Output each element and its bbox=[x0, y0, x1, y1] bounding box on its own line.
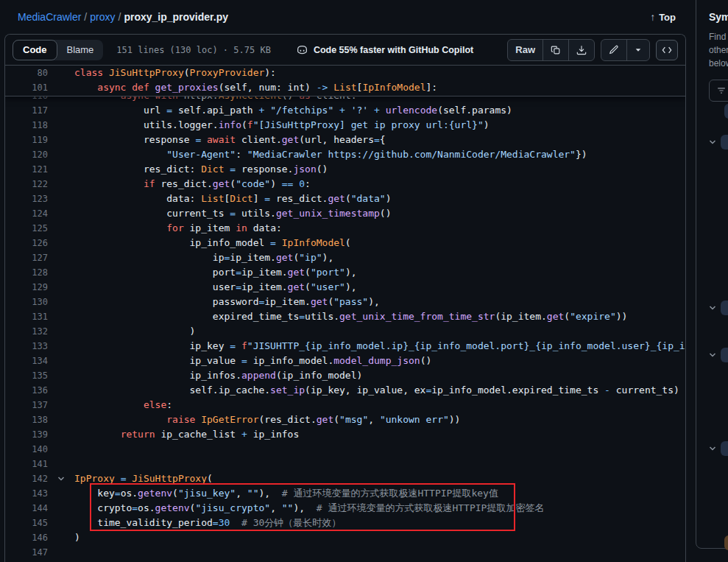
code-line-140: 140 bbox=[5, 442, 685, 457]
line-number[interactable]: 130 bbox=[5, 295, 51, 309]
code-text: url = self.api_path + "/fetchips" + '?' … bbox=[74, 103, 685, 118]
line-number[interactable]: 101 bbox=[5, 80, 51, 95]
gutter bbox=[51, 398, 74, 412]
scroll-to-top-button[interactable]: ↑ Top bbox=[650, 11, 676, 23]
code-line-142: 142IpProxy = JiSuHttpProxy( bbox=[5, 471, 685, 486]
breadcrumb-repo-link[interactable]: MediaCrawler bbox=[18, 11, 81, 23]
code-text bbox=[74, 457, 685, 471]
line-number[interactable]: 122 bbox=[5, 177, 51, 192]
gutter bbox=[51, 383, 74, 398]
gutter bbox=[51, 295, 74, 309]
code-line-120: 120 "User-Agent": "MediaCrawler https://… bbox=[5, 147, 685, 162]
code-line-137: 137 else: bbox=[5, 398, 685, 412]
line-number[interactable]: 144 bbox=[5, 501, 51, 516]
line-number[interactable]: 137 bbox=[5, 398, 51, 412]
gutter bbox=[51, 265, 74, 280]
symbol-item[interactable] bbox=[708, 441, 728, 456]
file-toolbar: Code Blame 151 lines (130 loc) · 5.75 KB… bbox=[5, 35, 685, 66]
gutter bbox=[51, 206, 74, 221]
line-number[interactable]: 129 bbox=[5, 280, 51, 295]
symbol-item[interactable] bbox=[708, 348, 728, 362]
line-number[interactable]: 146 bbox=[5, 530, 51, 545]
gutter bbox=[51, 530, 74, 545]
code-text: if res_dict.get("code") == 0: bbox=[74, 177, 685, 192]
breadcrumb-folder-link[interactable]: proxy bbox=[90, 11, 115, 23]
symbol-pill[interactable] bbox=[721, 441, 728, 456]
symbol-item[interactable] bbox=[708, 135, 728, 150]
line-number[interactable]: 125 bbox=[5, 221, 51, 236]
gutter bbox=[51, 250, 74, 265]
symbol-item[interactable] bbox=[708, 104, 728, 119]
code-text: else: bbox=[74, 398, 685, 412]
download-button[interactable] bbox=[568, 40, 594, 60]
code-text: for ip_item in data: bbox=[74, 221, 685, 236]
line-number[interactable]: 121 bbox=[5, 162, 51, 177]
chevron-down-icon[interactable] bbox=[708, 444, 717, 453]
line-number[interactable]: 128 bbox=[5, 265, 51, 280]
line-number[interactable]: 141 bbox=[5, 457, 51, 471]
line-number[interactable]: 80 bbox=[5, 66, 51, 80]
symbols-filter-input[interactable] bbox=[709, 80, 728, 102]
line-number[interactable]: 124 bbox=[5, 206, 51, 221]
symbol-item[interactable] bbox=[708, 535, 728, 550]
line-number[interactable]: 140 bbox=[5, 442, 51, 457]
edit-dropdown-button[interactable] bbox=[626, 40, 649, 60]
line-number[interactable]: 139 bbox=[5, 427, 51, 442]
line-number[interactable]: 131 bbox=[5, 309, 51, 324]
line-number[interactable]: 126 bbox=[5, 236, 51, 250]
chevron-down-icon[interactable] bbox=[708, 351, 717, 359]
symbol-pill[interactable] bbox=[721, 135, 728, 150]
symbol-pill[interactable] bbox=[724, 535, 728, 550]
code-symbols-icon bbox=[662, 46, 672, 55]
gutter bbox=[51, 177, 74, 192]
code-text: response = await client.get(url, headers… bbox=[74, 133, 685, 147]
code-line-122: 122 if res_dict.get("code") == 0: bbox=[5, 177, 685, 192]
code-line-123: 123 data: List[Dict] = res_dict.get("dat… bbox=[5, 192, 685, 206]
chevron-down-icon[interactable] bbox=[708, 303, 717, 312]
copilot-banner-text: Code 55% faster with GitHub Copilot bbox=[314, 45, 473, 55]
line-number[interactable]: 132 bbox=[5, 324, 51, 339]
code-line-131: 131 expired_time_ts=utils.get_unix_time_… bbox=[5, 309, 685, 324]
code-line-80: 80class JiSuHttpProxy(ProxyProvider): bbox=[5, 66, 685, 80]
symbol-pill[interactable] bbox=[721, 301, 728, 315]
copilot-banner[interactable]: Code 55% faster with GitHub Copilot bbox=[296, 43, 473, 56]
line-number[interactable]: 117 bbox=[5, 103, 51, 118]
raw-button[interactable]: Raw bbox=[508, 40, 543, 60]
line-number[interactable]: 136 bbox=[5, 383, 51, 398]
edit-button[interactable] bbox=[601, 40, 626, 60]
symbols-panel-toggle-button[interactable] bbox=[656, 40, 678, 60]
gutter bbox=[51, 147, 74, 162]
code-text: ip_infos.append(ip_info_model) bbox=[74, 368, 685, 383]
line-number[interactable]: 143 bbox=[5, 486, 51, 501]
line-number[interactable]: 118 bbox=[5, 118, 51, 133]
code-text: self.ip_cache.set_ip(ip_key, ip_value, e… bbox=[74, 383, 685, 398]
line-number[interactable]: 134 bbox=[5, 354, 51, 368]
line-number[interactable]: 123 bbox=[5, 192, 51, 206]
symbol-pill[interactable] bbox=[724, 104, 728, 119]
copy-button[interactable] bbox=[543, 40, 568, 60]
line-number[interactable]: 127 bbox=[5, 250, 51, 265]
symbol-pill[interactable] bbox=[721, 348, 728, 362]
code-text: ip=ip_item.get("ip"), bbox=[74, 250, 685, 265]
tab-blame[interactable]: Blame bbox=[57, 40, 104, 60]
chevron-down-icon[interactable] bbox=[708, 138, 717, 147]
line-number[interactable]: 142 bbox=[5, 471, 51, 486]
code-line-141: 141 bbox=[5, 457, 685, 471]
line-number[interactable]: 135 bbox=[5, 368, 51, 383]
code-text: class JiSuHttpProxy(ProxyProvider): bbox=[74, 66, 685, 80]
line-number[interactable]: 147 bbox=[5, 545, 51, 560]
gutter bbox=[51, 236, 74, 250]
line-number[interactable]: 145 bbox=[5, 516, 51, 530]
line-number[interactable]: 120 bbox=[5, 147, 51, 162]
code-text: utils.logger.info(f"[JiSuHttpProxy] get … bbox=[74, 118, 685, 133]
line-number[interactable]: 119 bbox=[5, 133, 51, 147]
code-text: ip_info_model = IpInfoModel( bbox=[74, 236, 685, 250]
tab-code[interactable]: Code bbox=[13, 40, 57, 60]
line-number[interactable]: 138 bbox=[5, 412, 51, 427]
fold-toggle-icon[interactable] bbox=[51, 471, 74, 486]
symbol-item[interactable] bbox=[708, 301, 728, 315]
line-number[interactable]: 133 bbox=[5, 339, 51, 354]
symbols-panel: Symbols Find definitions and references … bbox=[696, 0, 728, 549]
gutter bbox=[51, 516, 74, 530]
github-file-page: MediaCrawler/proxy/proxy_ip_provider.py … bbox=[0, 0, 728, 562]
